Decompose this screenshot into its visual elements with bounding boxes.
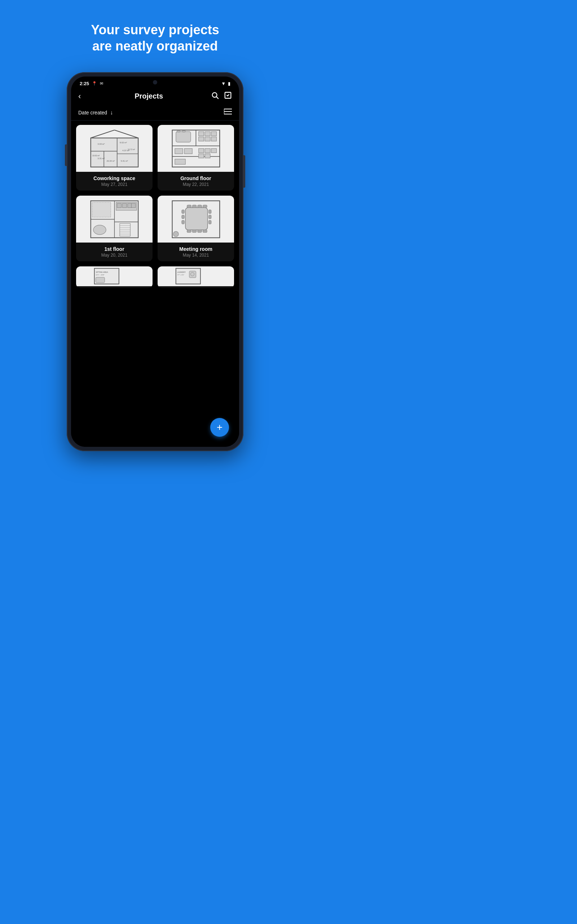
svg-rect-71 <box>182 215 184 218</box>
project-name: 1st floor <box>79 246 150 252</box>
search-icon[interactable] <box>211 91 219 101</box>
svg-rect-29 <box>198 131 204 136</box>
svg-rect-67 <box>192 229 197 232</box>
svg-text:12'1" × 10'8": 12'1" × 10'8" <box>95 274 105 276</box>
project-thumbnail <box>76 195 153 242</box>
project-date: May 22, 2021 <box>161 182 231 187</box>
svg-rect-42 <box>174 159 185 164</box>
project-date: May 27, 2021 <box>79 182 150 187</box>
mail-icon: ✉ <box>100 81 103 86</box>
projects-grid: 3.03 m² 9.02 m² 4.37 m² 3.31 m² 10.63 m²… <box>76 125 234 288</box>
svg-text:9.02 m²: 9.02 m² <box>120 141 127 143</box>
project-card[interactable]: SITTING AREA 12'1" × 10'8" <box>76 267 153 288</box>
project-info: Coworking space May 27, 2021 <box>76 172 153 191</box>
select-icon[interactable] <box>224 91 232 101</box>
svg-point-48 <box>93 225 106 234</box>
svg-rect-38 <box>205 149 210 153</box>
project-card[interactable]: 3.03 m² 9.02 m² 4.37 m² 3.31 m² 10.63 m²… <box>76 125 153 191</box>
projects-scroll[interactable]: 3.03 m² 9.02 m² 4.37 m² 3.31 m² 10.63 m²… <box>71 121 239 447</box>
status-bar: 2:25 📍 ✉ ▼ ▮ <box>71 76 239 88</box>
svg-text:7'7" × 6'1": 7'7" × 6'1" <box>177 274 184 276</box>
project-name: Ground floor <box>161 175 231 181</box>
svg-text:3.03 m²: 3.03 m² <box>97 143 105 145</box>
svg-rect-28 <box>182 130 185 132</box>
svg-rect-84 <box>189 271 196 278</box>
svg-line-1 <box>216 97 218 99</box>
sort-text: Date created <box>78 110 107 115</box>
svg-rect-61 <box>185 208 207 229</box>
project-thumbnail: LAUNDRY 7'7" × 6'1" <box>158 267 234 286</box>
phone-frame: 2:25 📍 ✉ ▼ ▮ ‹ Projects <box>67 72 243 451</box>
status-time: 2:25 <box>80 81 89 86</box>
svg-rect-66 <box>187 229 191 232</box>
svg-rect-33 <box>205 137 210 141</box>
svg-rect-31 <box>211 131 216 136</box>
project-date: May 20, 2021 <box>79 253 150 258</box>
add-project-button[interactable]: + <box>210 418 229 437</box>
sort-bar: Date created ↓ <box>71 105 239 121</box>
svg-line-12 <box>90 130 114 138</box>
svg-rect-75 <box>208 220 211 224</box>
project-thumbnail: 3.03 m² 9.02 m² 4.37 m² 3.31 m² 10.63 m²… <box>76 125 153 172</box>
battery-icon: ▮ <box>228 81 230 86</box>
svg-rect-7 <box>90 138 138 167</box>
project-card[interactable]: Meeting room May 14, 2021 <box>158 195 234 261</box>
project-name: Meeting room <box>161 246 231 252</box>
app-actions <box>211 91 232 101</box>
svg-rect-36 <box>184 149 192 154</box>
svg-rect-37 <box>198 149 204 153</box>
back-button[interactable]: ‹ <box>78 92 81 101</box>
project-info: Ground floor May 22, 2021 <box>158 172 234 191</box>
svg-rect-74 <box>208 215 211 218</box>
svg-rect-65 <box>203 205 207 208</box>
svg-rect-34 <box>211 137 216 141</box>
svg-text:10.63 m²: 10.63 m² <box>92 155 100 157</box>
project-card[interactable]: 1st floor May 20, 2021 <box>76 195 153 261</box>
svg-rect-47 <box>92 202 111 217</box>
status-right: ▼ ▮ <box>221 81 230 86</box>
svg-rect-39 <box>211 149 216 153</box>
wifi-icon: ▼ <box>221 81 226 86</box>
project-info: 1st floor May 20, 2021 <box>76 242 153 261</box>
svg-rect-40 <box>198 154 204 158</box>
svg-text:LAUNDRY: LAUNDRY <box>177 271 186 273</box>
svg-rect-53 <box>131 203 135 208</box>
svg-rect-30 <box>205 131 210 136</box>
list-view-icon[interactable] <box>224 108 232 116</box>
svg-text:5.41 m²: 5.41 m² <box>121 160 128 162</box>
app-bar: ‹ Projects <box>71 88 239 105</box>
svg-rect-70 <box>182 210 184 213</box>
svg-rect-32 <box>198 137 204 141</box>
svg-rect-68 <box>197 229 201 232</box>
project-thumbnail <box>158 125 234 172</box>
svg-rect-27 <box>177 130 180 132</box>
svg-rect-72 <box>182 220 184 224</box>
phone-screen: 2:25 📍 ✉ ▼ ▮ ‹ Projects <box>71 76 239 447</box>
status-left: 2:25 📍 ✉ <box>80 81 103 86</box>
project-thumbnail: SITTING AREA 12'1" × 10'8" <box>76 267 153 286</box>
svg-rect-41 <box>205 154 210 158</box>
svg-rect-73 <box>208 210 211 213</box>
project-name: Coworking space <box>79 175 150 181</box>
svg-text:12.72 m²: 12.72 m² <box>128 148 135 150</box>
project-date: May 14, 2021 <box>161 253 231 258</box>
svg-text:3.31 m²: 3.31 m² <box>97 157 105 159</box>
svg-line-13 <box>114 130 138 138</box>
location-icon: 📍 <box>92 81 97 86</box>
project-card[interactable]: Ground floor May 22, 2021 <box>158 125 234 191</box>
hero-title: Your survey projects are neatly organize… <box>62 0 248 69</box>
project-card[interactable]: LAUNDRY 7'7" × 6'1" <box>158 267 234 288</box>
svg-rect-63 <box>192 205 197 208</box>
svg-text:20.34 m²: 20.34 m² <box>106 160 115 162</box>
sort-label[interactable]: Date created ↓ <box>78 109 113 116</box>
svg-rect-50 <box>117 203 121 208</box>
svg-rect-62 <box>187 205 191 208</box>
svg-rect-81 <box>176 268 200 284</box>
svg-rect-80 <box>95 277 105 283</box>
svg-rect-64 <box>197 205 201 208</box>
project-thumbnail <box>158 195 234 242</box>
svg-rect-69 <box>203 229 207 232</box>
svg-rect-35 <box>174 149 182 154</box>
svg-rect-26 <box>176 131 190 142</box>
svg-point-76 <box>173 231 179 237</box>
